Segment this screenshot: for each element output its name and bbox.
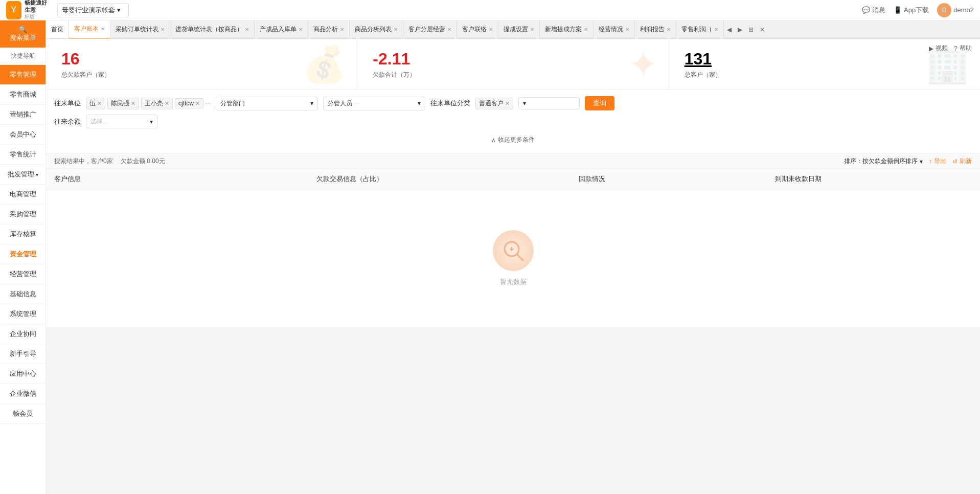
sort-chevron-icon: ▾ — [920, 158, 923, 165]
search-button[interactable]: 查询 — [585, 96, 614, 110]
message-button[interactable]: 💬 消息 — [862, 6, 885, 15]
tab-close-advance-settings[interactable]: ✕ — [530, 27, 534, 32]
tab-close-profit-report[interactable]: ✕ — [667, 27, 671, 32]
stat-value-total-customers[interactable]: 131 — [685, 50, 721, 69]
sidebar-item-wholesale-mgmt[interactable]: 批发管理 ▾ — [0, 165, 45, 185]
sidebar-item-purchase-mgmt[interactable]: 采购管理 — [0, 205, 45, 224]
avatar: D — [937, 3, 951, 17]
main-layout: 🔍 搜索菜单 快捷导航 零售管理 零售商城 营销推广 会员中心 零售统计 批发管… — [0, 20, 980, 494]
sidebar-item-member-plus[interactable]: 畅会员 — [0, 404, 45, 424]
purchase-order-tab-label: 采购订单统计表 — [116, 25, 158, 34]
party-tag-cjttcw: cjttcw ✕ — [175, 98, 203, 108]
tab-goods-analysis-list[interactable]: 商品分析列表 ✕ — [350, 20, 403, 39]
page-inner: ▶ 视频 ? 帮助 💰 16 总欠款客户（家） — [46, 39, 980, 327]
tab-customer-contact[interactable]: 客户联络 ✕ — [457, 20, 498, 39]
sidebar-item-member-center[interactable]: 会员中心 — [0, 125, 45, 145]
table-header: 客户信息 欠款交易信息（占比） 回款情况 到期未收款日期 — [46, 169, 980, 189]
person-selector[interactable]: 分管人员 ··· ▾ — [323, 97, 425, 110]
tab-incoming-stats[interactable]: 进货单统计表（按商品） ✕ — [170, 20, 255, 39]
retail-profit-tab-label: 零售利润（ — [681, 25, 712, 34]
export-button[interactable]: ↑ 导出 — [929, 157, 946, 166]
sort-selector[interactable]: 排序：按欠款金额倒序排序 ▾ — [844, 157, 923, 166]
table-col-payment: 回款情况 — [579, 174, 776, 184]
tab-profit-report[interactable]: 利润报告 ✕ — [635, 20, 676, 39]
dept-selector[interactable]: 分管部门 ▾ — [216, 97, 318, 110]
tab-operations[interactable]: 经营情况 ✕ — [594, 20, 635, 39]
category-tags: 普通客户 ✕ — [475, 98, 513, 109]
result-bar: 搜索结果中，客户0家 欠款金额 0.00元 排序：按欠款金额倒序排序 ▾ ↑ 导… — [46, 154, 980, 169]
party-tag-wang-close[interactable]: ✕ — [165, 100, 169, 107]
tab-close-customer-contact[interactable]: ✕ — [489, 27, 493, 32]
balance-chevron-icon: ▾ — [150, 118, 153, 125]
industry-selector[interactable]: 母婴行业演示帐套 ▾ — [57, 3, 129, 17]
app-download-button[interactable]: 📱 App下载 — [894, 6, 929, 15]
sidebar-item-inventory[interactable]: 库存核算 — [0, 224, 45, 244]
filter-row-1: 往来单位 伍 ✕ 陈民强 ✕ 王小亮 — [54, 96, 972, 110]
sidebar-item-ecommerce[interactable]: 电商管理 — [0, 185, 45, 205]
sort-label: 排序：按欠款金额倒序排序 — [844, 157, 918, 166]
top-bar-right: 💬 消息 📱 App下载 D demo2 — [862, 3, 974, 17]
tab-retail-profit[interactable]: 零售利润（ ✕ — [676, 20, 724, 39]
sidebar-item-quick-nav[interactable]: 快捷导航 — [0, 48, 45, 65]
party-tags-more[interactable]: ··· — [206, 100, 211, 107]
dept-chevron-icon: ▾ — [310, 100, 313, 107]
refresh-icon: ↺ — [952, 158, 958, 165]
sidebar-item-retail-mall[interactable]: 零售商城 — [0, 85, 45, 105]
sidebar-item-marketing[interactable]: 营销推广 — [0, 105, 45, 125]
chevron-down-icon: ▾ — [117, 6, 121, 14]
stats-row: 💰 16 总欠款客户（家） ✦ -2.11 欠款合计（万） — [46, 39, 980, 90]
collapse-button[interactable]: ∧ 收起更多条件 — [54, 132, 972, 147]
user-menu[interactable]: D demo2 — [937, 3, 974, 17]
tab-close-goods-analysis-list[interactable]: ✕ — [394, 27, 398, 32]
operations-tab-label: 经营情况 — [599, 25, 623, 34]
sidebar-item-capital-mgmt[interactable]: 资金管理 — [0, 244, 45, 264]
tab-home[interactable]: 首页 — [46, 20, 69, 39]
tab-purchase-order[interactable]: 采购订单统计表 ✕ — [110, 20, 170, 39]
app-download-label: App下载 — [904, 6, 929, 15]
tab-close-customer-ledger[interactable]: ✕ — [101, 26, 105, 32]
home-tab-label: 首页 — [51, 25, 63, 34]
sidebar-item-retail-mgmt[interactable]: 零售管理 — [0, 65, 45, 85]
stat-info-credit-customers: 16 总欠款客户（家） — [61, 50, 110, 79]
stat-info-credit-amount: -2.11 欠款合计（万） — [373, 50, 416, 79]
sidebar-item-enterprise-collab[interactable]: 企业协同 — [0, 324, 45, 344]
tab-customer-ledger[interactable]: 客户账本 ✕ — [69, 20, 110, 39]
tab-advance-settings[interactable]: 提成设置 ✕ — [498, 20, 540, 39]
tab-close-product-inbound[interactable]: ✕ — [299, 27, 303, 32]
balance-selector[interactable]: 选择... ▾ — [86, 115, 157, 128]
tab-goods-analysis[interactable]: 商品分析 ✕ — [308, 20, 350, 39]
sidebar-item-app-center[interactable]: 应用中心 — [0, 364, 45, 384]
party-tag-cjttcw-close[interactable]: ✕ — [195, 100, 200, 107]
tab-close-retail-profit[interactable]: ✕ — [714, 27, 718, 32]
sidebar-item-newbie-guide[interactable]: 新手引导 — [0, 344, 45, 364]
party-tag-wang: 王小亮 ✕ — [141, 98, 173, 109]
tab-close-new-advance[interactable]: ✕ — [584, 27, 588, 32]
tab-scroll-left[interactable]: ◀ — [724, 20, 735, 39]
refresh-button[interactable]: ↺ 刷新 — [952, 157, 972, 166]
sidebar-item-retail-stats[interactable]: 零售统计 — [0, 145, 45, 165]
tab-close-operations[interactable]: ✕ — [625, 27, 629, 32]
tab-product-inbound[interactable]: 产成品入库单 ✕ — [255, 20, 308, 39]
category-tag-normal-close[interactable]: ✕ — [505, 100, 510, 107]
sidebar-item-search-menu[interactable]: 🔍 搜索菜单 — [0, 20, 45, 48]
party-tag-chen-close[interactable]: ✕ — [131, 100, 135, 107]
tab-customer-tier[interactable]: 客户分层经营 ✕ — [403, 20, 457, 39]
sidebar-item-enterprise-wechat[interactable]: 企业微信 — [0, 384, 45, 404]
sidebar-item-basic-info[interactable]: 基础信息 — [0, 284, 45, 304]
tab-expand[interactable]: ⊞ — [745, 20, 757, 39]
tab-close-all[interactable]: ✕ — [757, 20, 768, 39]
chevron-down-icon: ▾ — [36, 172, 38, 177]
sidebar-item-operations-mgmt[interactable]: 经营管理 — [0, 264, 45, 284]
tab-scroll-right[interactable]: ▶ — [735, 20, 745, 39]
party-tag-cjttcw-value: cjttcw — [178, 100, 194, 107]
tab-new-advance[interactable]: 新增提成方案 ✕ — [540, 20, 594, 39]
party-tag-wu-close[interactable]: ✕ — [97, 100, 102, 107]
tab-close-goods-analysis[interactable]: ✕ — [340, 27, 344, 32]
category-select-extra[interactable]: ▾ — [518, 97, 580, 109]
stat-info-total-customers: 131 总客户（家） — [685, 50, 721, 79]
goods-analysis-list-tab-label: 商品分析列表 — [355, 25, 392, 34]
tab-close-incoming-stats[interactable]: ✕ — [245, 27, 249, 32]
sidebar-item-system-mgmt[interactable]: 系统管理 — [0, 304, 45, 324]
tab-close-purchase-order[interactable]: ✕ — [161, 27, 165, 32]
tab-close-customer-tier[interactable]: ✕ — [447, 27, 451, 32]
